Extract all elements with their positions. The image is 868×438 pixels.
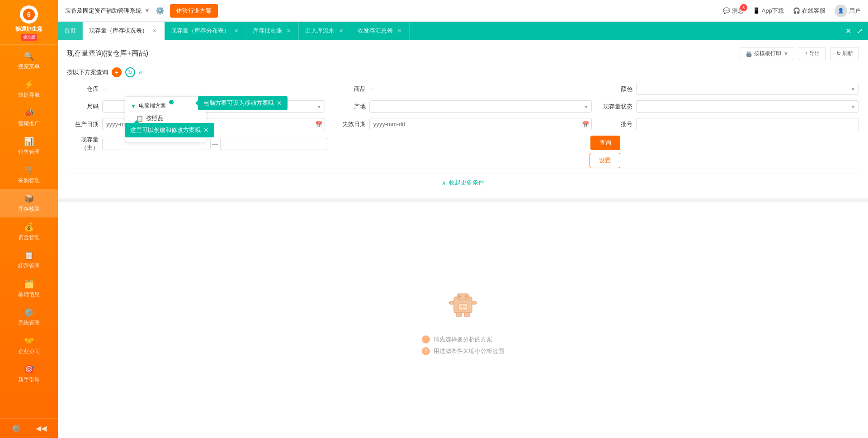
sidebar-item-label: 新手引导 xyxy=(18,376,40,384)
tab-close-all-icon[interactable]: ✕ xyxy=(845,27,851,35)
stock-status-label: 现存量状态 xyxy=(601,103,632,111)
collapse-sidebar-icon[interactable]: ◀◀ xyxy=(36,424,47,433)
sidebar-item-nav[interactable]: ⚡ 快捷导航 xyxy=(0,75,58,104)
sidebar-item-label: 系统管理 xyxy=(18,319,40,327)
sidebar-item-operations[interactable]: 📋 经营管理 xyxy=(0,246,58,274)
tab-home-label: 首页 xyxy=(64,27,76,35)
svg-text:6: 6 xyxy=(27,11,31,18)
stock-max-input[interactable] xyxy=(220,138,329,150)
scheme-expand-icon: ▼ xyxy=(131,103,136,109)
dot-indicator xyxy=(169,100,174,104)
user-avatar: 👤 xyxy=(835,5,847,17)
page-title-row: 现存量查询(按仓库+商品) 🖨️ 按模板打印 ▼ ↑ 导出 ↻ 刷新 xyxy=(67,47,859,60)
origin-select[interactable] xyxy=(369,100,592,113)
batch-label: 批号 xyxy=(601,120,632,128)
sidebar-item-guide[interactable]: 🎯 新手引导 xyxy=(0,360,58,388)
tooltip2-text: 这里可以创建和修改方案哦 xyxy=(130,126,201,134)
operations-icon: 📋 xyxy=(24,250,34,260)
app-download-item[interactable]: 📱 App下载 xyxy=(753,7,784,15)
warehouse-dots[interactable]: ··· xyxy=(102,85,108,93)
print-dropdown-icon: ▼ xyxy=(783,51,788,57)
size-label: 尺码 xyxy=(67,103,99,111)
sidebar-item-base[interactable]: 🗂️ 基础信息 xyxy=(0,274,58,303)
print-icon: 🖨️ xyxy=(745,51,752,57)
mfg-date-label: 生产日期 xyxy=(67,120,99,128)
tab-summary[interactable]: 收发存汇总表 ✕ xyxy=(351,22,410,40)
sidebar-item-sales[interactable]: 📊 销售管理 xyxy=(0,132,58,160)
filter-label-row: 按以下方案查询 + ↻ « xyxy=(67,67,859,77)
tab-close-summary[interactable]: ✕ xyxy=(396,27,403,34)
back-scheme-button[interactable]: « xyxy=(139,69,142,76)
sidebar-item-search[interactable]: 🔍 搜索菜单 xyxy=(0,47,58,75)
tab-inventory-status[interactable]: 现存量（库存状况表） ✕ xyxy=(83,22,165,40)
sidebar-item-label: 资金管理 xyxy=(18,234,40,241)
trial-button[interactable]: 体验行业方案 xyxy=(170,4,218,18)
sidebar-item-label: 快捷导航 xyxy=(18,91,40,99)
settings-icon[interactable]: ⚙️ xyxy=(156,6,165,15)
refresh-scheme-button[interactable]: ↻ xyxy=(125,67,135,77)
header-right: 💬 消息 6 📱 App下载 🎧 在线客服 👤 用户 xyxy=(723,5,861,17)
refresh-button[interactable]: ↻ 刷新 xyxy=(830,47,859,60)
color-select[interactable] xyxy=(636,83,859,95)
tooltip1-text: 电脑方案可设为移动方案哦 xyxy=(203,99,274,107)
sidebar-item-marketing[interactable]: 📣 营销推广 xyxy=(0,104,58,132)
tab-close-inventory-dist[interactable]: ✕ xyxy=(232,27,240,34)
sidebar-item-purchase[interactable]: 🛒 采购管理 xyxy=(0,160,58,189)
inventory-icon: 📦 xyxy=(24,193,34,203)
sidebar-footer: ⚙️ ◀◀ xyxy=(0,418,58,438)
top-header: 装备及固定资产辅助管理系统 ▼ ⚙️ 体验行业方案 💬 消息 6 📱 App下载… xyxy=(58,0,868,22)
warehouse-field: 仓库 ··· xyxy=(67,83,325,95)
tooltip2-close[interactable]: ✕ xyxy=(203,127,209,134)
sidebar-item-collab[interactable]: 🤝 企业协同 xyxy=(0,331,58,360)
page-title: 现存量查询(按仓库+商品) xyxy=(67,49,148,58)
filter-row-1: 仓库 ··· 商品 ··· 颜色 xyxy=(67,83,859,95)
collab-icon: 🤝 xyxy=(24,336,34,346)
tab-close-inventory-status[interactable]: ✕ xyxy=(151,27,158,34)
collapse-bar[interactable]: ∧ 收起更多条件 xyxy=(67,174,859,191)
batch-input[interactable] xyxy=(636,118,859,130)
purchase-icon: 🛒 xyxy=(24,165,34,175)
exp-date-field: 失效日期 xyxy=(334,118,592,130)
exp-date-input[interactable] xyxy=(369,118,592,130)
online-service-item[interactable]: 🎧 在线客服 xyxy=(793,7,826,15)
svg-rect-8 xyxy=(449,301,454,304)
settings-bottom-icon[interactable]: ⚙️ xyxy=(11,424,20,433)
sidebar-item-label: 营销推广 xyxy=(18,120,40,127)
tip-num-1: 1 xyxy=(422,335,430,344)
goods-dots[interactable]: ··· xyxy=(369,85,375,93)
tab-expand-icon[interactable]: ⤢ xyxy=(857,27,863,35)
user-item[interactable]: 👤 用户 xyxy=(835,5,861,17)
color-label: 颜色 xyxy=(601,85,632,93)
sidebar-item-system[interactable]: ⚙️ 系统管理 xyxy=(0,303,58,331)
export-icon: ↑ xyxy=(805,50,807,57)
goods-field: 商品 ··· xyxy=(334,83,592,95)
empty-tips-list: 1 请先选择要分析的方案 2 用过滤条件来缩小分析范围 xyxy=(422,335,504,359)
add-scheme-button[interactable]: + xyxy=(112,67,122,77)
search-button[interactable]: 查询 xyxy=(590,136,620,150)
sidebar-item-finance[interactable]: 💰 资金管理 xyxy=(0,217,58,246)
system-dropdown-icon[interactable]: ▼ xyxy=(144,7,150,14)
goods-label: 商品 xyxy=(334,85,366,93)
stock-status-select[interactable] xyxy=(636,100,859,113)
tab-batch-account[interactable]: 库存批次账 ✕ xyxy=(246,22,299,40)
tooltip1-close[interactable]: ✕ xyxy=(277,99,282,107)
marketing-icon: 📣 xyxy=(24,108,34,118)
empty-tip-2: 2 用过滤条件来缩小分析范围 xyxy=(422,347,504,355)
sidebar-logo: 6 畅通好生意 标准版 xyxy=(0,0,58,45)
tab-inventory-dist[interactable]: 现存量（库存分布表） ✕ xyxy=(165,22,246,40)
svg-point-4 xyxy=(458,295,461,298)
sales-icon: 📊 xyxy=(24,137,34,146)
tab-close-flow[interactable]: ✕ xyxy=(337,27,344,34)
reset-button[interactable]: 设置 xyxy=(590,153,620,168)
search-actions: 查询 设置 xyxy=(590,136,620,168)
tab-close-batch-account[interactable]: ✕ xyxy=(285,27,292,34)
collapse-up-icon: ∧ xyxy=(442,179,446,186)
logo-tag: 标准版 xyxy=(21,34,37,41)
sidebar-item-inventory[interactable]: 📦 库存核算 xyxy=(0,189,58,217)
export-button[interactable]: ↑ 导出 xyxy=(799,47,826,60)
tab-batch-account-label: 库存批次账 xyxy=(253,27,282,35)
tab-home[interactable]: 首页 xyxy=(58,22,83,40)
print-button[interactable]: 🖨️ 按模板打印 ▼ xyxy=(740,47,794,60)
tab-flow[interactable]: 出入库流水 ✕ xyxy=(299,22,351,40)
messages-item[interactable]: 💬 消息 6 xyxy=(723,7,744,15)
